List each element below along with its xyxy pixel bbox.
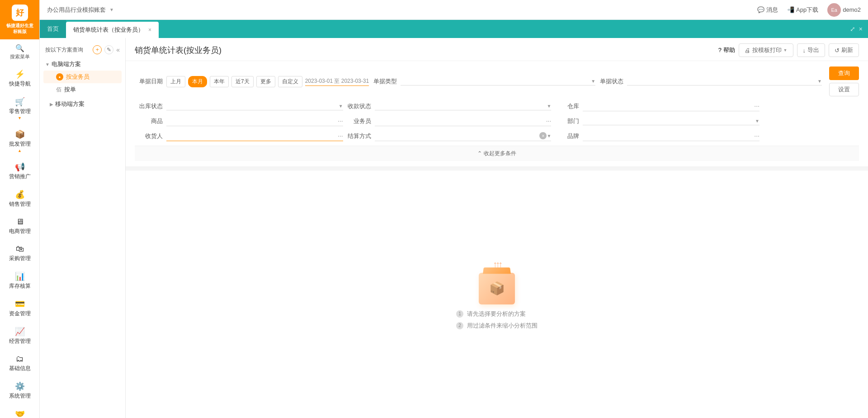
help-label: 帮助 — [723, 47, 735, 53]
header-actions: 💬 消息 📲 App下载 Ea demo2 — [757, 3, 861, 17]
salesman-select[interactable]: ··· — [375, 116, 552, 126]
export-label: 导出 — [807, 46, 819, 54]
refresh-btn[interactable]: ↺ 刷新 — [829, 43, 859, 57]
dept-arrow: ▼ — [755, 119, 760, 124]
tab-close-btn[interactable]: × — [148, 27, 151, 33]
wholesale-label: 批发管理 — [9, 140, 31, 148]
filter-row-3: 商品 ··· 业务员 ··· 部门 — [135, 116, 859, 126]
date-btn-custom[interactable]: 自定义 — [278, 76, 302, 87]
inventory-icon: 📊 — [15, 271, 25, 281]
app-download-btn[interactable]: 📲 App下载 — [787, 6, 818, 14]
warehouse-label: 仓库 — [551, 102, 583, 110]
scheme-active-icon: ● — [56, 73, 63, 81]
operations-icon: 📈 — [15, 327, 25, 337]
panel-header-label: 按以下方案查询 — [45, 46, 83, 54]
sidebar-item-system[interactable]: ⚙️ 系统管理 — [0, 377, 39, 404]
search-icon: 🔍 — [15, 44, 24, 52]
page-title-bar: 销货单统计表(按业务员) ? 帮助 🖨 按模板打印 ▼ — [126, 38, 868, 61]
recv-status-label: 收款状态 — [343, 102, 375, 110]
doc-selector[interactable]: 办公用品行业模拟账套 ▼ — [47, 6, 114, 14]
export-btn[interactable]: ↓ 导出 — [797, 43, 826, 57]
dept-label: 部门 — [551, 117, 583, 125]
tab-home[interactable]: 首页 — [40, 20, 66, 38]
add-icon: + — [96, 47, 99, 53]
recv-status-select[interactable]: ▼ — [375, 102, 552, 110]
filter-row-2: 出库状态 ▼ 收款状态 ▼ 仓库 — [135, 101, 859, 111]
tab-maximize-btn[interactable]: ⤢ × — [844, 20, 868, 38]
date-btn-7days[interactable]: 近7天 — [231, 76, 254, 87]
sales-label: 销售管理 — [9, 200, 31, 208]
doc-type-select[interactable]: ▼ — [401, 77, 595, 86]
settlement-select[interactable]: × ▼ — [375, 131, 552, 141]
brand-dots[interactable]: ··· — [754, 132, 760, 139]
logo-sub: 标账版 — [13, 28, 27, 35]
sidebar-item-purchase[interactable]: 🛍 采购管理 — [0, 240, 39, 267]
add-scheme-btn[interactable]: + — [93, 45, 102, 54]
tree-child-order[interactable]: 佰 按单 — [43, 83, 122, 96]
collapse-conditions-btn[interactable]: ⌃ 收起更多条件 — [135, 146, 859, 161]
print-arrow: ▼ — [783, 48, 788, 52]
sidebar-item-operations[interactable]: 📈 经营管理 — [0, 322, 39, 350]
doc-status-select[interactable]: ▼ — [627, 77, 822, 86]
sidebar-item-enterprise[interactable]: 🤝 企业协同 — [0, 404, 39, 418]
marketing-label: 营销推广 — [9, 173, 31, 180]
tree-parent-desktop[interactable]: ▼ 电脑端方案 — [43, 58, 122, 71]
dept-select[interactable]: ▼ — [583, 117, 760, 125]
page-title: 销货单统计表(按业务员) — [135, 45, 222, 56]
sidebar-item-inventory[interactable]: 📊 库存核算 — [0, 267, 39, 294]
out-status-arrow: ▼ — [339, 104, 343, 109]
sidebar-item-wholesale[interactable]: 📦 批发管理 ▲ — [0, 125, 39, 157]
panel-actions: + ✎ « — [93, 45, 120, 54]
message-label: 消息 — [766, 6, 778, 14]
edit-scheme-btn[interactable]: ✎ — [104, 45, 113, 54]
sidebar-item-retail[interactable]: 🛒 零售管理 ▼ — [0, 92, 39, 125]
tab-active[interactable]: 销货单统计表（按业务员） × — [66, 22, 159, 38]
query-btn[interactable]: 查询 — [829, 66, 859, 80]
date-btn-thismonth[interactable]: 本月 — [188, 76, 207, 87]
warehouse-select[interactable]: ··· — [583, 101, 760, 111]
finance-label: 资金管理 — [9, 310, 31, 318]
user-menu[interactable]: Ea demo2 — [827, 3, 861, 17]
scheme-order-icon: 佰 — [56, 86, 61, 94]
tree-arrow-desktop: ▼ — [45, 62, 50, 67]
sidebar-item-sales[interactable]: 💰 销售管理 — [0, 185, 39, 213]
main-area: 办公用品行业模拟账套 ▼ 💬 消息 📲 App下载 Ea demo2 首页 — [40, 0, 868, 418]
empty-hints: 1 请先选择要分析的方案 2 用过滤条件来缩小分析范围 — [456, 310, 538, 330]
wholesale-icon: 📦 — [15, 129, 25, 139]
date-btn-thisyear[interactable]: 本年 — [210, 76, 229, 87]
template-print-btn[interactable]: 🖨 按模板打印 ▼ — [739, 43, 793, 57]
goods-select[interactable]: ··· — [166, 116, 343, 126]
consignee-select[interactable]: ··· — [166, 131, 343, 141]
sidebar-item-finance[interactable]: 💳 资金管理 — [0, 294, 39, 322]
filter-row-4: 收货人 ··· 结算方式 × ▼ — [135, 131, 859, 141]
date-range-text: 2023-03-01 至 2023-03-31 — [305, 77, 369, 86]
sidebar-item-marketing[interactable]: 📢 营销推广 — [0, 157, 39, 185]
settlement-label: 结算方式 — [343, 132, 375, 140]
marketing-icon: 📢 — [15, 162, 25, 172]
warehouse-dots[interactable]: ··· — [754, 102, 760, 109]
sidebar-logo[interactable]: 好 畅捷通好生意 标账版 — [0, 0, 39, 39]
finance-icon: 💳 — [15, 299, 25, 309]
sidebar-item-ecommerce[interactable]: 🖥 电商管理 — [0, 213, 39, 240]
left-panel-header: 按以下方案查询 + ✎ « — [40, 43, 125, 58]
message-btn[interactable]: 💬 消息 — [757, 6, 778, 14]
tree-parent-mobile[interactable]: ▶ 移动端方案 — [43, 98, 122, 110]
salesman-dots[interactable]: ··· — [546, 117, 552, 124]
recv-status-arrow: ▼ — [547, 104, 551, 109]
sidebar-item-shortcut[interactable]: ⚡ 快捷导航 — [0, 65, 39, 92]
settlement-clear-btn[interactable]: × — [539, 132, 547, 139]
date-btn-more[interactable]: 更多 — [256, 76, 275, 87]
help-btn[interactable]: ? 帮助 — [718, 46, 735, 54]
out-status-select[interactable]: ▼ — [166, 102, 343, 110]
brand-select[interactable]: ··· — [583, 131, 760, 141]
tree-child-salesman[interactable]: ● 按业务员 — [43, 71, 122, 83]
sidebar-item-basic[interactable]: 🗂 基础信息 — [0, 350, 39, 377]
sidebar-search[interactable]: 🔍 搜索菜单 — [10, 39, 30, 65]
box-face-icon: 📦 — [489, 281, 505, 296]
date-btn-lastmonth[interactable]: 上月 — [166, 76, 185, 87]
hint-text-2: 用过滤条件来缩小分析范围 — [467, 322, 538, 330]
collapse-panel-btn[interactable]: « — [116, 46, 120, 53]
goods-dots[interactable]: ··· — [338, 117, 343, 124]
settings-btn[interactable]: 设置 — [829, 83, 859, 96]
consignee-dots[interactable]: ··· — [338, 132, 343, 139]
